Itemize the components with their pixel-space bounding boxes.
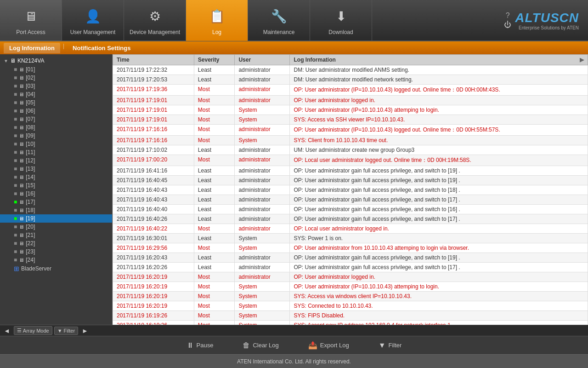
export-log-button[interactable]: 📤 Export Log [303, 339, 355, 351]
sidebar-item-label: [05] [26, 99, 35, 106]
bottom-filter-button[interactable]: ▼ Filter [373, 339, 407, 351]
sidebar-item-14[interactable]: ■🖥[14] [0, 173, 112, 181]
sidebar-root-label: KN2124VA [17, 58, 44, 64]
cell-user: administrator [235, 205, 290, 214]
cell-user: administrator [235, 125, 290, 136]
cell-info: OP: User administrator (IP=10.10.10.43) … [290, 85, 588, 96]
logo-icons: ? ⏻ [504, 12, 511, 29]
cell-info: OP: Local user administrator logged in. [290, 224, 588, 234]
array-mode-button[interactable]: ☰ Array Mode [14, 326, 52, 335]
sidebar-item-17[interactable]: ■🖥[17] [0, 198, 112, 206]
sidebar-item-label: [11] [26, 149, 35, 155]
table-row: 2017/11/19 17:19:36 Most administrator O… [113, 85, 588, 96]
pause-button[interactable]: ⏸ Pause [181, 339, 219, 351]
sidebar-item-label: [19] [26, 215, 35, 222]
cell-user: administrator [235, 195, 290, 205]
nav-item-log[interactable]: 📋 Log [186, 0, 248, 41]
sidebar-item-09[interactable]: ■🖥[09] [0, 132, 112, 140]
cell-info: SYS: Client from 10.10.10.43 time out. [290, 136, 588, 145]
cell-time: 2017/11/19 17:22:32 [113, 65, 194, 75]
sidebar-item-22[interactable]: ■🖥[22] [0, 239, 112, 247]
cell-user: System [235, 243, 290, 253]
sidebar-item-24[interactable]: ■🖥[24] [0, 256, 112, 264]
table-row: 2017/11/19 17:22:32 Least administrator … [113, 65, 588, 75]
cell-time: 2017/11/19 16:20:19 [113, 292, 194, 301]
cell-time: 2017/11/19 17:19:01 [113, 96, 194, 105]
nav-item-maintenance[interactable]: 🔧 Maintenance [248, 0, 310, 41]
tab-log-information[interactable]: Log Information [4, 43, 60, 53]
nav-item-user-management[interactable]: 👤 User Management [62, 0, 124, 41]
sidebar[interactable]: ▼ 🖥 KN2124VA ■🖥[01]■🖥[02]■🖥[03]■🖥[04]■🖥[… [0, 54, 113, 325]
sidebar-item-11[interactable]: ■🖥[11] [0, 148, 112, 156]
cell-time: 2017/11/19 16:20:19 [113, 272, 194, 282]
cell-user: administrator [235, 263, 290, 272]
col-severity: Severity [194, 55, 235, 65]
clear-log-button[interactable]: 🗑 Clear Log [237, 339, 284, 351]
nav-item-download[interactable]: ⬇ Download [310, 0, 372, 41]
cell-user: administrator [235, 176, 290, 185]
tab-items: Log Information|Notification Settings [4, 43, 136, 53]
port-icon: 🖥 [19, 199, 24, 205]
sidebar-item-05[interactable]: ■🖥[05] [0, 98, 112, 107]
filter-button[interactable]: ▼ Filter [54, 327, 78, 335]
cell-severity: Least [194, 195, 235, 205]
cell-time: 2017/11/19 17:10:02 [113, 145, 194, 155]
table-header-row: Time Severity User Log Information ▶ [113, 55, 588, 65]
cell-user: administrator [235, 272, 290, 282]
log-table-container[interactable]: Time Severity User Log Information ▶ 201… [113, 54, 588, 325]
sidebar-item-label: [18] [26, 207, 35, 213]
sidebar-item-15[interactable]: ■🖥[15] [0, 181, 112, 190]
sidebar-item-label: [10] [26, 141, 35, 147]
sidebar-item-10[interactable]: ■🖥[10] [0, 140, 112, 148]
sidebar-item-21[interactable]: ■🖥[21] [0, 231, 112, 239]
sidebar-item-01[interactable]: ■🖥[01] [0, 65, 112, 74]
sidebar-blade-server[interactable]: ⊞ BladeServer [0, 264, 112, 273]
cell-time: 2017/11/19 16:40:43 [113, 185, 194, 195]
sidebar-item-07[interactable]: ■🖥[07] [0, 115, 112, 123]
cell-severity: Most [194, 243, 235, 253]
sidebar-item-03[interactable]: ■🖥[03] [0, 82, 112, 90]
cell-user: administrator [235, 253, 290, 263]
sidebar-root[interactable]: ▼ 🖥 KN2124VA [0, 56, 112, 65]
nav-item-port-access[interactable]: 🖥 Port Access [0, 0, 62, 41]
scroll-right-icon[interactable]: ► [80, 327, 90, 334]
cell-time: 2017/11/19 16:29:56 [113, 243, 194, 253]
cell-user: administrator [235, 185, 290, 195]
sidebar-item-02[interactable]: ■🖥[02] [0, 74, 112, 82]
sidebar-item-23[interactable]: ■🖥[23] [0, 247, 112, 256]
cell-severity: Most [194, 301, 235, 311]
sidebar-item-12[interactable]: ■🖥[12] [0, 156, 112, 165]
status-gray-dot: ■ [14, 157, 17, 164]
cell-user: System [235, 301, 290, 311]
cell-severity: Most [194, 136, 235, 145]
pause-icon: ⏸ [187, 341, 194, 350]
cell-info: OP: Local user administrator logged out.… [290, 155, 588, 166]
sidebar-item-13[interactable]: ■🖥[13] [0, 165, 112, 173]
power-icon[interactable]: ⏻ [504, 21, 511, 29]
scroll-left-icon[interactable]: ◄ [2, 327, 12, 334]
status-gray-dot: ■ [14, 232, 17, 238]
sidebar-item-06[interactable]: ■🖥[06] [0, 107, 112, 115]
cell-time: 2017/11/19 16:20:26 [113, 263, 194, 272]
sidebar-item-18[interactable]: ■🖥[18] [0, 206, 112, 214]
tab-notification-settings[interactable]: Notification Settings [67, 43, 136, 53]
status-gray-dot: ■ [14, 132, 17, 139]
status-gray-dot: ■ [14, 240, 17, 247]
table-row: 2017/11/19 16:20:26 Least administrator … [113, 263, 588, 272]
sort-icon[interactable]: ▶ [580, 57, 584, 63]
sidebar-item-19[interactable]: ■🖥[19] [0, 214, 112, 223]
cell-time: 2017/11/19 17:19:01 [113, 115, 194, 125]
sidebar-item-08[interactable]: ■🖥[08] [0, 123, 112, 132]
sidebar-item-04[interactable]: ■🖥[04] [0, 90, 112, 98]
help-icon[interactable]: ? [506, 12, 510, 20]
cell-time: 2017/11/19 16:20:19 [113, 282, 194, 292]
sidebar-item-20[interactable]: ■🖥[20] [0, 223, 112, 231]
sidebar-item-16[interactable]: ■🖥[16] [0, 190, 112, 198]
port-icon: 🖥 [19, 125, 24, 130]
nav-item-device-management[interactable]: ⚙ Device Management [124, 0, 186, 41]
sidebar-item-label: [16] [26, 190, 35, 197]
cell-user: System [235, 282, 290, 292]
cell-user: System [235, 321, 290, 325]
sidebar-bottom-bar: ◄ ☰ Array Mode ▼ Filter ► [0, 325, 588, 336]
tree-toggle[interactable]: ▼ [4, 58, 8, 63]
